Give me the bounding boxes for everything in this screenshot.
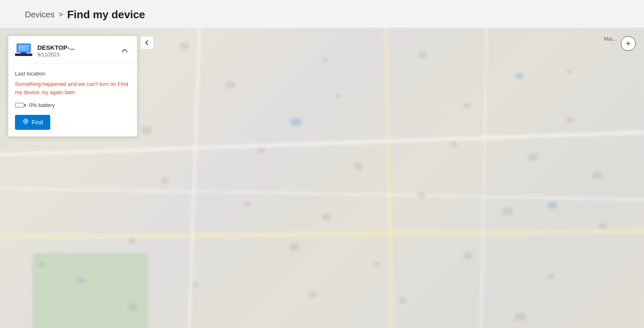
breadcrumb-separator: > bbox=[59, 10, 63, 19]
page-container: Devices > Find my device bbox=[0, 0, 644, 328]
breadcrumb-devices[interactable]: Devices bbox=[25, 10, 54, 19]
battery-body bbox=[15, 103, 24, 107]
battery-tip bbox=[24, 104, 26, 107]
find-icon bbox=[22, 118, 29, 126]
breadcrumb: Devices > Find my device bbox=[0, 0, 644, 28]
svg-rect-3 bbox=[21, 53, 27, 54]
location-icon bbox=[22, 118, 29, 125]
collapse-button[interactable] bbox=[119, 45, 130, 56]
map-corner-label: Mac... bbox=[604, 36, 617, 42]
zoom-plus-icon: + bbox=[626, 39, 631, 49]
chevron-up-icon bbox=[121, 47, 128, 54]
battery-icon bbox=[15, 103, 26, 107]
laptop-icon-wrapper bbox=[15, 43, 32, 58]
device-date: 9/11/2023 bbox=[37, 52, 114, 58]
device-panel: DESKTOP-... 9/11/2023 Last location Some… bbox=[8, 36, 137, 136]
laptop-icon bbox=[15, 43, 32, 57]
back-arrow-button[interactable] bbox=[140, 36, 154, 49]
find-button[interactable]: Find bbox=[15, 115, 50, 130]
find-button-label: Find bbox=[32, 119, 43, 126]
zoom-plus-button[interactable]: + bbox=[621, 36, 636, 51]
device-panel-header: DESKTOP-... 9/11/2023 bbox=[8, 36, 137, 64]
svg-rect-4 bbox=[19, 46, 29, 46]
back-arrow-icon bbox=[144, 40, 150, 46]
last-location-label: Last location bbox=[15, 70, 130, 77]
svg-rect-6 bbox=[19, 49, 27, 50]
svg-point-8 bbox=[25, 120, 27, 122]
battery-text: 0% battery bbox=[29, 102, 55, 108]
device-name: DESKTOP-... bbox=[37, 44, 114, 51]
svg-rect-5 bbox=[19, 47, 26, 48]
map-area: DESKTOP-... 9/11/2023 Last location Some… bbox=[0, 28, 644, 328]
device-info: DESKTOP-... 9/11/2023 bbox=[37, 44, 114, 58]
battery-row: 0% battery bbox=[15, 102, 130, 108]
error-message: Something happened and we can't turn on … bbox=[15, 80, 130, 96]
breadcrumb-current: Find my device bbox=[67, 8, 145, 21]
device-panel-body: Last location Something happened and we … bbox=[8, 64, 137, 136]
